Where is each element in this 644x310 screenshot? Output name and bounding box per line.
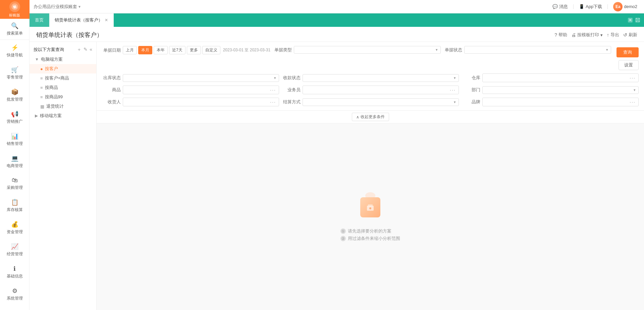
outstatus-arrow-icon: ▾ (274, 76, 276, 80)
inventory-icon: 📋 (11, 199, 18, 206)
doctype-select[interactable]: ▾ (294, 46, 441, 54)
sidebar-item-enterprise[interactable]: 👥 企业协同 (0, 305, 29, 310)
sidebar-item-wholesale[interactable]: 📦 批发管理 (0, 84, 29, 106)
brand-select[interactable]: ··· (482, 98, 639, 106)
refresh-button[interactable]: ↺ 刷新 (623, 32, 637, 38)
warehouse-select[interactable]: ··· (482, 73, 639, 82)
query-button[interactable]: 查询 (616, 47, 639, 57)
salesperson-filter-label: 业务员 (282, 87, 301, 93)
dept-select[interactable]: ▾ (482, 86, 639, 94)
date-range-display: 2023-03-01 至 2023-03-31 (223, 47, 270, 53)
avatar-text: Ea (615, 4, 621, 9)
sidebar-item-finance[interactable]: 💰 资金管理 (0, 217, 29, 239)
node-active-icon: ● (40, 66, 43, 71)
window-maximize-button[interactable]: ⛶ (635, 18, 640, 22)
message-nav-item[interactable]: 💬 消息 (552, 4, 568, 10)
goods-select[interactable]: ··· (123, 86, 279, 94)
tab-sales-report[interactable]: 销货单统计表（按客户） ✕ (49, 13, 114, 27)
date-btn-7days[interactable]: 近7天 (169, 46, 185, 54)
sidebar-item-operations[interactable]: 📈 经营管理 (0, 239, 29, 261)
empty-illustration (354, 191, 387, 224)
collapse-up-icon: ∧ (356, 115, 359, 119)
export-icon: ↑ (607, 32, 609, 38)
tree-group-mobile[interactable]: ▶ 移动端方案 (30, 111, 96, 120)
date-btn-thisyear[interactable]: 本年 (154, 46, 168, 54)
tab-home[interactable]: 首页 (30, 13, 49, 27)
sidebar-item-basicinfo[interactable]: ℹ 基础信息 (0, 261, 29, 283)
ecommerce-icon: 💻 (11, 155, 18, 162)
receiver-dots-icon: ··· (270, 99, 276, 105)
tree-group-desktop[interactable]: ▼ 电脑端方案 (30, 55, 96, 64)
date-btn-thismonth[interactable]: 本月 (138, 46, 152, 54)
tab-close-icon[interactable]: ✕ (105, 18, 108, 22)
receiver-select[interactable]: ··· (123, 98, 279, 106)
divider1 (573, 4, 574, 9)
sidebar-item-retail[interactable]: 🛒 零售管理 (0, 62, 29, 84)
query-actions: 查询 设置 (614, 46, 639, 70)
print-icon: 🖨 (571, 32, 576, 38)
edit-scheme-button[interactable]: ✎ (84, 47, 88, 53)
app-download-nav-item[interactable]: 📱 App下载 (579, 4, 602, 10)
empty-state: ① 请先选择要分析的方案 ② 用过滤条件来缩小分析范围 (97, 123, 644, 310)
search-icon: 🔍 (11, 22, 18, 30)
date-buttons: 上月 本月 本年 近7天 更多 自定义 2023-03-01 至 2023-03… (123, 46, 270, 54)
finance-icon: 💰 (11, 221, 18, 228)
print-button[interactable]: 🖨 按模板打印 ▾ (571, 32, 603, 38)
sidebar-item-quicknav[interactable]: ⚡ 快捷导航 (0, 40, 29, 62)
collapse-button[interactable]: ∧ 收起更多条件 (352, 113, 389, 121)
tree-child-bykeyword-label: 按客户 (45, 66, 58, 72)
date-btn-more[interactable]: 更多 (187, 46, 201, 54)
settlement-arrow-icon: ▾ (454, 100, 456, 104)
sidebar-item-quicknav-label: 快捷导航 (7, 52, 23, 58)
receiver-filter-label: 收货人 (102, 99, 121, 105)
sidebar-item-ecommerce-label: 电商管理 (7, 163, 23, 169)
sidebar-item-system-label: 系统管理 (7, 296, 23, 301)
user-nav-item[interactable]: Ea demo2 (613, 2, 637, 11)
settlement-select[interactable]: ▾ (303, 98, 459, 106)
logo[interactable]: 畅 标账版 (0, 0, 30, 19)
export-button[interactable]: ↑ 导出 (607, 32, 619, 38)
sidebar-item-marketing-label: 营销推广 (7, 119, 23, 124)
help-button[interactable]: ? 帮助 (554, 32, 567, 38)
tree-child-bygoods99[interactable]: ≡ 按商品99 (30, 92, 96, 102)
export-label: 导出 (610, 32, 619, 38)
window-close-button[interactable]: ✕ (628, 18, 633, 22)
sidebar-item-ecommerce[interactable]: 💻 电商管理 (0, 151, 29, 173)
topbar-dropdown-icon[interactable]: ▾ (78, 4, 80, 9)
receiptstatus-select[interactable]: ▾ (303, 74, 459, 82)
empty-text: ① 请先选择要分析的方案 ② 用过滤条件来缩小分析范围 (340, 228, 400, 243)
add-scheme-button[interactable]: ＋ (77, 47, 82, 53)
tabbar: 首页 销货单统计表（按客户） ✕ ✕ ⛶ (30, 13, 644, 27)
help-icon: ? (554, 32, 557, 38)
sidebar-item-search[interactable]: 🔍 搜索菜单 (0, 19, 29, 40)
avatar: Ea (613, 2, 623, 11)
tree-child-return[interactable]: ▦ 退货统计 (30, 102, 96, 111)
sidebar-item-sales[interactable]: 📊 销售管理 (0, 128, 29, 151)
sidebar-item-inventory[interactable]: 📋 库存核算 (0, 195, 29, 217)
tree-child-bycustomer-goods[interactable]: ≡ 按客户+商品 (30, 73, 96, 83)
collapse-panel-button[interactable]: « (90, 47, 92, 53)
doctype-arrow-icon: ▾ (436, 48, 438, 52)
left-panel-header: 按以下方案查询 ＋ ✎ « (30, 45, 96, 55)
tree-group-mobile-label: 移动端方案 (40, 113, 62, 119)
tree-child-bykeyword[interactable]: ● 按客户 (30, 64, 96, 73)
sidebar-item-system[interactable]: ⚙ 系统管理 (0, 283, 29, 305)
outstatus-select[interactable]: ▾ (123, 74, 279, 82)
docstatus-select[interactable]: ▾ (464, 46, 611, 54)
tree-child-bygoods[interactable]: ≡ 按商品 (30, 83, 96, 92)
sidebar-item-marketing[interactable]: 📢 营销推广 (0, 106, 29, 128)
tree-expand-icon: ▼ (35, 57, 39, 62)
date-btn-lastmonth[interactable]: 上月 (123, 46, 137, 54)
date-btn-custom[interactable]: 自定义 (202, 46, 220, 54)
right-panel: 单据日期 上月 本月 本年 近7天 更多 自定义 2023-03-01 至 20… (97, 42, 644, 310)
salesperson-select[interactable]: ··· (303, 86, 459, 94)
outstatus-filter-label: 出库状态 (102, 75, 121, 81)
sidebar-item-purchase[interactable]: 🛍 采购管理 (0, 173, 29, 195)
sidebar-item-retail-label: 零售管理 (7, 74, 23, 80)
sidebar-item-search-label: 搜索菜单 (7, 31, 23, 36)
sidebar-item-sales-label: 销售管理 (7, 141, 23, 147)
setting-button[interactable]: 设置 (619, 60, 639, 70)
receiptstatus-arrow-icon: ▾ (454, 76, 456, 80)
node-icon4: ▦ (40, 104, 44, 109)
collapse-bar: ∧ 收起更多条件 (97, 111, 644, 123)
